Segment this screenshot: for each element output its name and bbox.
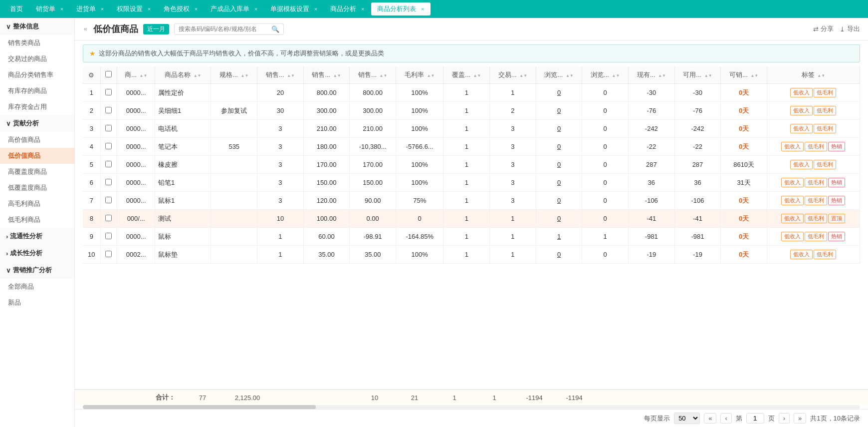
- browse1-link[interactable]: 1: [557, 233, 561, 240]
- cell-browse1[interactable]: 0: [536, 156, 582, 174]
- sidebar-item-traded-products[interactable]: 交易过的商品: [0, 51, 74, 67]
- cell-name[interactable]: 吴细细1: [155, 102, 211, 120]
- sidebar-item-low-coverage[interactable]: 低覆盖度商品: [0, 180, 74, 196]
- nav-purchase-close[interactable]: ×: [101, 6, 104, 12]
- row-checkbox[interactable]: [105, 143, 112, 149]
- row-checkbox[interactable]: [105, 125, 112, 131]
- browse1-link[interactable]: 0: [557, 251, 561, 258]
- row-checkbox[interactable]: [105, 197, 112, 203]
- cell-browse1[interactable]: 0: [536, 210, 582, 228]
- browse1-link[interactable]: 0: [557, 89, 561, 96]
- cell-checkbox[interactable]: [100, 84, 117, 102]
- cell-browse1[interactable]: 0: [536, 120, 582, 138]
- col-available[interactable]: 可用... ▲▼: [674, 66, 721, 84]
- row-checkbox[interactable]: [105, 161, 112, 167]
- cell-checkbox[interactable]: [100, 228, 117, 246]
- sidebar-item-low-margin[interactable]: 低毛利商品: [0, 212, 74, 228]
- cell-checkbox[interactable]: [100, 156, 117, 174]
- cell-checkbox[interactable]: [100, 138, 117, 156]
- cell-browse1[interactable]: 0: [536, 102, 582, 120]
- browse1-link[interactable]: 0: [557, 197, 561, 204]
- next-page-btn[interactable]: ›: [779, 413, 790, 424]
- export-button[interactable]: ⤓ 导出: [840, 24, 860, 33]
- cell-checkbox[interactable]: [100, 174, 117, 192]
- sidebar-item-category-rate[interactable]: 商品分类销售率: [0, 67, 74, 83]
- col-tags[interactable]: 标签 ▲▼: [767, 66, 860, 84]
- time-badge[interactable]: 近一月: [143, 24, 169, 34]
- sidebar-item-stocked-products[interactable]: 有库存的商品: [0, 83, 74, 99]
- col-coverage[interactable]: 覆盖... ▲▼: [443, 66, 490, 84]
- cell-checkbox[interactable]: [100, 102, 117, 120]
- col-browse1[interactable]: 浏览... ▲▼: [536, 66, 582, 84]
- col-code[interactable]: 商... ▲▼: [117, 66, 155, 84]
- cell-checkbox[interactable]: [100, 246, 117, 264]
- sidebar-item-inventory-funds[interactable]: 库存资金占用: [0, 99, 74, 115]
- col-checkbox[interactable]: [100, 66, 117, 84]
- share-button[interactable]: ⇄ 分享: [813, 24, 834, 33]
- cell-browse1[interactable]: 0: [536, 192, 582, 210]
- horizontal-scrollbar[interactable]: [83, 405, 860, 409]
- row-checkbox[interactable]: [105, 233, 112, 239]
- cell-checkbox[interactable]: [100, 192, 117, 210]
- cell-name[interactable]: 铅笔1: [155, 174, 211, 192]
- col-sales-price[interactable]: 销售... ▲▼: [303, 66, 350, 84]
- nav-templates[interactable]: 单据模板设置 ×: [264, 2, 323, 15]
- col-sales-qty[interactable]: 销售... ▲▼: [257, 66, 304, 84]
- nav-roles[interactable]: 角色授权 ×: [158, 2, 204, 15]
- sidebar-group-flow[interactable]: › 流通性分析: [0, 228, 74, 245]
- browse1-link[interactable]: 0: [557, 215, 561, 222]
- search-icon[interactable]: 🔍: [271, 25, 279, 33]
- prev-page-btn[interactable]: ‹: [720, 413, 731, 424]
- first-page-btn[interactable]: «: [704, 413, 716, 424]
- page-number-input[interactable]: [746, 413, 764, 424]
- cell-name[interactable]: 笔记本: [155, 138, 211, 156]
- select-all-checkbox[interactable]: [105, 71, 112, 77]
- browse1-link[interactable]: 0: [557, 143, 561, 150]
- row-checkbox[interactable]: [105, 89, 112, 95]
- nav-analysis[interactable]: 商品分析 ×: [324, 2, 370, 15]
- sidebar-item-high-value[interactable]: 高价值商品: [0, 132, 74, 148]
- sidebar-item-sales-products[interactable]: 销售类商品: [0, 35, 74, 51]
- cell-browse1[interactable]: 0: [536, 174, 582, 192]
- sidebar-collapse-btn[interactable]: «: [83, 24, 88, 33]
- sidebar-item-all-products[interactable]: 全部商品: [0, 279, 74, 295]
- col-spec[interactable]: 规格... ▲▼: [211, 66, 257, 84]
- cell-name[interactable]: 鼠标: [155, 228, 211, 246]
- sidebar-group-contribution[interactable]: ∨ 贡献分析: [0, 115, 74, 132]
- col-sellable[interactable]: 可销... ▲▼: [721, 66, 767, 84]
- scrollbar-thumb[interactable]: [83, 405, 316, 409]
- sidebar-group-general[interactable]: ∨ 整体信息: [0, 18, 74, 35]
- row-checkbox[interactable]: [105, 251, 112, 257]
- nav-products[interactable]: 产成品入库单 ×: [205, 2, 263, 15]
- row-checkbox[interactable]: [105, 179, 112, 185]
- nav-templates-close[interactable]: ×: [314, 6, 317, 12]
- cell-name[interactable]: 橡皮擦: [155, 156, 211, 174]
- cell-browse1[interactable]: 0: [536, 138, 582, 156]
- cell-name[interactable]: 鼠标1: [155, 192, 211, 210]
- per-page-select[interactable]: 50 100 200: [674, 413, 700, 424]
- last-page-btn[interactable]: »: [794, 413, 806, 424]
- nav-analysis-list[interactable]: 商品分析列表 ×: [371, 2, 430, 15]
- cell-name[interactable]: 鼠标垫: [155, 246, 211, 264]
- nav-roles-close[interactable]: ×: [195, 6, 198, 12]
- nav-purchase[interactable]: 进货单 ×: [70, 2, 110, 15]
- nav-permissions[interactable]: 权限设置 ×: [111, 2, 157, 15]
- col-sales-cost[interactable]: 销售... ▲▼: [350, 66, 396, 84]
- sidebar-group-marketing[interactable]: ∨ 营销推广分析: [0, 262, 74, 279]
- nav-sales-close[interactable]: ×: [60, 6, 63, 12]
- row-checkbox[interactable]: [105, 215, 112, 221]
- col-browse2[interactable]: 浏览... ▲▼: [582, 66, 629, 84]
- col-name[interactable]: 商品名称 ▲▼: [155, 66, 211, 84]
- search-input[interactable]: [179, 25, 268, 32]
- sidebar-item-high-coverage[interactable]: 高覆盖度商品: [0, 164, 74, 180]
- browse1-link[interactable]: 0: [557, 161, 561, 168]
- browse1-link[interactable]: 0: [557, 107, 561, 114]
- nav-products-close[interactable]: ×: [254, 6, 257, 12]
- nav-sales[interactable]: 销货单 ×: [30, 2, 69, 15]
- nav-permissions-close[interactable]: ×: [148, 6, 151, 12]
- cell-browse1[interactable]: 1: [536, 228, 582, 246]
- sidebar-item-high-margin[interactable]: 高毛利商品: [0, 196, 74, 212]
- table-container[interactable]: ⚙ 商... ▲▼ 商品名称 ▲▼ 规格... ▲▼ 销售... ▲▼ 销售..…: [75, 66, 868, 389]
- cell-name[interactable]: 电话机: [155, 120, 211, 138]
- col-current-stock[interactable]: 现有... ▲▼: [629, 66, 675, 84]
